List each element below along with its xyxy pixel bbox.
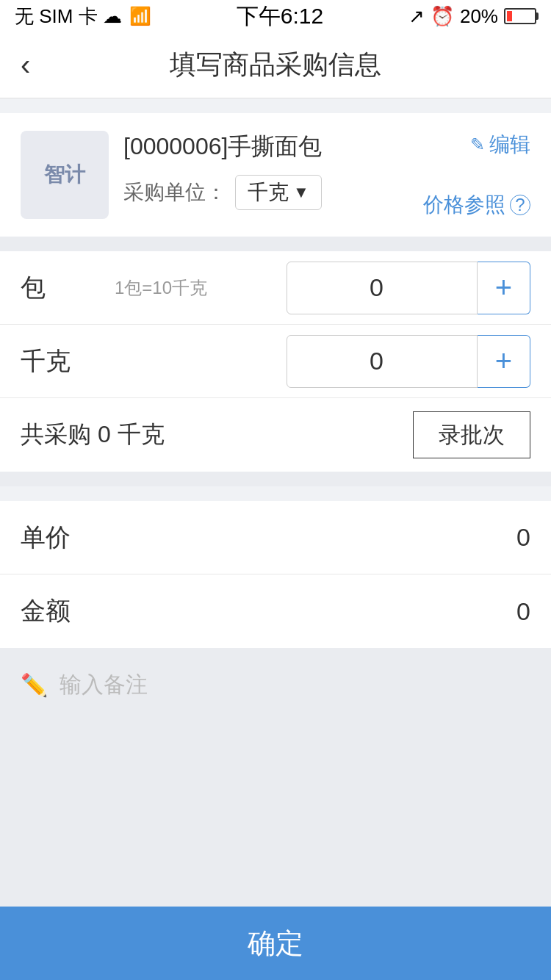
input-section: 包 1包=10千克 + 千克 + — [0, 251, 551, 398]
unit-select[interactable]: 千克 ▼ — [235, 175, 322, 210]
unit-price-label: 单价 — [21, 521, 71, 555]
kg-quantity-input[interactable] — [287, 335, 478, 388]
edit-button[interactable]: ✎ 编辑 — [470, 131, 530, 159]
pencil-icon: ✏️ — [21, 672, 48, 698]
status-left: 无 SIM 卡 ☁ 📶 — [15, 4, 151, 29]
product-image: 智计 — [21, 131, 109, 219]
remark-placeholder: 输入备注 — [60, 670, 148, 700]
nav-bar: ‹ 填写商品采购信息 — [0, 32, 551, 98]
confirm-button[interactable]: 确定 — [0, 907, 551, 980]
summary-row: 共采购 0 千克 录批次 — [0, 398, 551, 472]
info-icon: ? — [510, 195, 530, 215]
product-card: 智计 [0000006]手撕面包 采购单位： 千克 ▼ ✎ 编辑 价格参照 ? — [0, 113, 551, 237]
kg-input-right: + — [287, 335, 530, 388]
amount-label: 金额 — [21, 594, 71, 628]
record-batch-button[interactable]: 录批次 — [413, 411, 530, 458]
edit-label: 编辑 — [489, 131, 530, 159]
alarm-icon: ⏰ — [431, 5, 454, 28]
unit-value: 千克 — [248, 179, 289, 206]
product-name: [0000006]手撕面包 — [123, 131, 530, 163]
bag-sublabel: 1包=10千克 — [115, 276, 207, 300]
summary-text: 共采购 0 千克 — [21, 419, 165, 451]
amount-row: 金额 0 — [0, 574, 551, 648]
edit-icon: ✎ — [470, 134, 485, 155]
price-ref-label: 价格参照 — [423, 191, 505, 219]
section-divider-1 — [0, 237, 551, 251]
bag-input-right: + — [287, 262, 530, 314]
bag-plus-button[interactable]: + — [478, 262, 530, 314]
page-title: 填写商品采购信息 — [170, 47, 381, 83]
wifi-icon: 📶 — [129, 6, 151, 26]
status-time: 下午6:12 — [237, 1, 323, 32]
price-info-section: 单价 0 金额 0 — [0, 501, 551, 648]
kg-input-row: 千克 + — [0, 325, 551, 398]
remark-section[interactable]: ✏️ 输入备注 — [0, 648, 551, 721]
back-button[interactable]: ‹ — [21, 48, 30, 82]
product-logo: 智计 — [44, 161, 85, 189]
kg-plus-button[interactable]: + — [478, 335, 530, 388]
status-bar: 无 SIM 卡 ☁ 📶 下午6:12 ↗ ⏰ 20% — [0, 0, 551, 32]
chevron-down-icon: ▼ — [293, 183, 309, 202]
bag-label: 包 — [21, 271, 109, 305]
battery-icon — [504, 8, 536, 24]
amount-value: 0 — [516, 597, 530, 626]
bag-quantity-input[interactable] — [287, 262, 478, 314]
purchase-unit-label: 采购单位： — [123, 179, 226, 206]
battery-percent: 20% — [460, 5, 498, 28]
price-ref-button[interactable]: 价格参照 ? — [423, 191, 530, 219]
section-divider-2 — [0, 472, 551, 486]
unit-price-row: 单价 0 — [0, 501, 551, 574]
unit-price-value: 0 — [516, 523, 530, 552]
no-sim-text: 无 SIM 卡 ☁ — [15, 4, 122, 29]
kg-label: 千克 — [21, 345, 109, 378]
status-right: ↗ ⏰ 20% — [408, 5, 536, 28]
bag-input-row: 包 1包=10千克 + — [0, 251, 551, 325]
location-icon: ↗ — [408, 5, 425, 28]
